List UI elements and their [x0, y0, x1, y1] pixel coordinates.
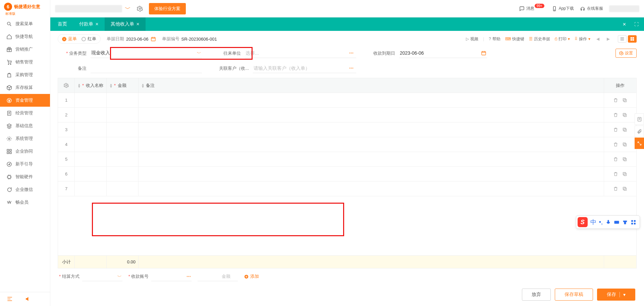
- copy-row-icon[interactable]: [622, 142, 627, 147]
- table-row[interactable]: 7: [58, 182, 636, 196]
- sidebar-item-6[interactable]: 资金管理: [0, 94, 50, 107]
- ime-punct-icon[interactable]: •,: [599, 219, 603, 226]
- sidebar-item-0[interactable]: 搜索菜单: [0, 17, 50, 30]
- cell-amount[interactable]: [107, 182, 139, 196]
- ime-skin-icon[interactable]: [622, 219, 628, 225]
- copy-row-icon[interactable]: [622, 112, 627, 117]
- delete-row-icon[interactable]: [613, 157, 618, 162]
- calendar-icon[interactable]: [481, 50, 486, 56]
- history-link[interactable]: ☰历史单据: [529, 36, 550, 42]
- counterparty-input[interactable]: [245, 48, 356, 58]
- cell-income-name[interactable]: [75, 122, 107, 137]
- cell-remark[interactable]: [139, 167, 604, 181]
- sidebar-item-11[interactable]: 新手引导: [0, 158, 50, 170]
- radio-red-bill[interactable]: 红单: [82, 36, 96, 42]
- cell-remark[interactable]: [139, 182, 604, 196]
- tab-2[interactable]: 其他收入单✕: [105, 17, 146, 31]
- sound-icon[interactable]: [25, 296, 32, 303]
- next-bill-button[interactable]: ▶: [605, 37, 611, 41]
- collapse-icon[interactable]: [7, 296, 13, 303]
- cell-income-name[interactable]: [75, 108, 107, 122]
- cell-amount[interactable]: [107, 167, 139, 181]
- company-selector[interactable]: ﹀: [55, 5, 131, 13]
- sidebar-item-14[interactable]: 畅会员: [0, 196, 50, 209]
- delete-row-icon[interactable]: [613, 142, 618, 147]
- table-row[interactable]: 2: [58, 108, 636, 122]
- view-card-button[interactable]: [628, 35, 637, 43]
- ime-toolbox-icon[interactable]: [631, 219, 636, 225]
- ops-link[interactable]: ⠿操作▾: [575, 36, 590, 42]
- col-remark[interactable]: ▲▼备注: [139, 78, 604, 93]
- calendar-icon[interactable]: [151, 36, 156, 42]
- cell-income-name[interactable]: [75, 137, 107, 152]
- copy-row-icon[interactable]: [622, 157, 627, 162]
- due-date-input[interactable]: [399, 48, 487, 58]
- topbar-settings-icon[interactable]: [135, 6, 145, 12]
- sidebar-item-12[interactable]: 智能硬件: [0, 170, 50, 183]
- save-draft-button[interactable]: 保存草稿: [555, 289, 593, 301]
- copy-row-icon[interactable]: [622, 171, 627, 176]
- discard-button[interactable]: 放弃: [522, 289, 551, 301]
- sidebar-item-8[interactable]: 基础信息: [0, 119, 50, 132]
- cell-income-name[interactable]: [75, 167, 107, 181]
- ime-keyboard-icon[interactable]: [614, 219, 620, 225]
- cell-income-name[interactable]: [75, 152, 107, 166]
- cell-remark[interactable]: [139, 137, 604, 152]
- cell-amount[interactable]: [107, 152, 139, 166]
- settle-method-input[interactable]: [82, 272, 122, 281]
- tab-0[interactable]: 首页: [52, 17, 73, 31]
- cell-income-name[interactable]: [75, 182, 107, 196]
- form-settings-button[interactable]: 设置: [615, 49, 637, 58]
- save-button[interactable]: 保存▾: [597, 289, 635, 301]
- ime-lang-label[interactable]: 中: [590, 218, 596, 226]
- delete-row-icon[interactable]: [613, 171, 618, 176]
- cell-remark[interactable]: [139, 152, 604, 166]
- side-expand-button[interactable]: [635, 138, 644, 149]
- cell-income-name[interactable]: [75, 93, 107, 107]
- shortcuts-link[interactable]: ⌨快捷键: [505, 36, 524, 42]
- close-icon[interactable]: ✕: [136, 22, 140, 27]
- more-icon[interactable]: ⋯: [349, 65, 354, 70]
- copy-row-icon[interactable]: [622, 127, 627, 132]
- sidebar-item-9[interactable]: 系统管理: [0, 132, 50, 145]
- close-icon[interactable]: ✕: [95, 22, 99, 27]
- side-note-button[interactable]: [635, 113, 644, 125]
- rel-customer-input[interactable]: [253, 63, 356, 73]
- cell-amount[interactable]: [107, 93, 139, 107]
- prev-bill-button[interactable]: ◀: [595, 37, 601, 41]
- sidebar-item-5[interactable]: 库存核算: [0, 81, 50, 94]
- remark-input[interactable]: [91, 63, 202, 73]
- table-row[interactable]: 6: [58, 167, 636, 182]
- sidebar-item-4[interactable]: 采购管理: [0, 68, 50, 81]
- online-service-link[interactable]: 在线客服: [580, 6, 603, 11]
- tab-1[interactable]: 付款单✕: [73, 17, 105, 31]
- trial-solution-button[interactable]: 体验行业方案: [149, 3, 186, 14]
- cell-amount[interactable]: [107, 108, 139, 122]
- table-row[interactable]: 3: [58, 122, 636, 137]
- app-download-link[interactable]: App下载: [552, 6, 574, 11]
- add-settlement-button[interactable]: 添加: [244, 273, 259, 279]
- view-list-button[interactable]: [618, 35, 627, 43]
- tab-expand[interactable]: ⛶: [631, 18, 642, 30]
- table-row[interactable]: 4: [58, 137, 636, 152]
- chevron-down-icon[interactable]: ﹀: [117, 274, 122, 280]
- cell-remark[interactable]: [139, 93, 604, 107]
- sidebar-item-2[interactable]: 营销推广: [0, 43, 50, 56]
- copy-row-icon[interactable]: [622, 186, 627, 191]
- radio-blue-bill[interactable]: 蓝单: [62, 36, 77, 42]
- copy-row-icon[interactable]: [622, 98, 627, 103]
- cell-amount[interactable]: [107, 122, 139, 137]
- cell-remark[interactable]: [139, 122, 604, 137]
- sidebar-item-7[interactable]: 经营管理: [0, 107, 50, 119]
- user-name-blurred[interactable]: [609, 5, 639, 12]
- sidebar-item-1[interactable]: 快捷导航: [0, 30, 50, 43]
- more-icon[interactable]: ⋯: [186, 274, 192, 279]
- table-row[interactable]: 1: [58, 93, 636, 108]
- messages-link[interactable]: 消息 99+: [519, 6, 546, 11]
- col-amount[interactable]: ▲▼*金额: [107, 78, 139, 93]
- delete-row-icon[interactable]: [613, 127, 618, 132]
- more-icon[interactable]: ⋯: [349, 50, 354, 55]
- sidebar-item-13[interactable]: 企业微信: [0, 183, 50, 196]
- receipt-account-input[interactable]: [151, 272, 192, 281]
- col-income-name[interactable]: ▲▼*收入名称: [75, 78, 107, 93]
